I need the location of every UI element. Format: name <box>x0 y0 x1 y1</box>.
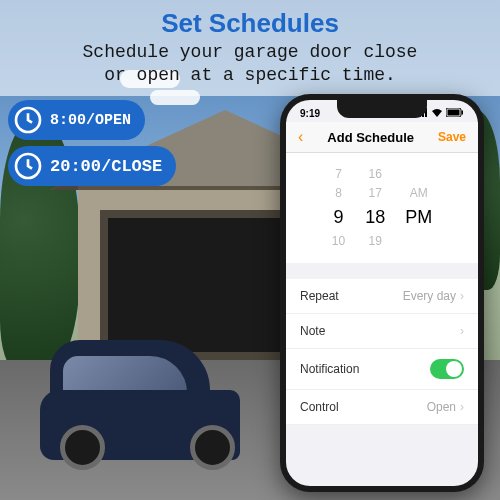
nav-title: Add Schedule <box>327 130 414 145</box>
page-subtitle: Schedule your garage door close or open … <box>0 41 500 88</box>
repeat-label: Repeat <box>300 289 339 303</box>
control-value: Open › <box>427 400 464 414</box>
chevron-right-icon: › <box>460 324 464 338</box>
save-button[interactable]: Save <box>438 130 466 144</box>
settings-list: Repeat Every day › Note › Notification C… <box>286 279 478 425</box>
clock-icon <box>12 150 44 182</box>
chevron-right-icon: › <box>460 400 464 414</box>
pill-text: 8:00/OPEN <box>50 112 131 129</box>
wifi-icon <box>431 108 443 119</box>
phone-notch <box>337 100 427 118</box>
chevron-right-icon: › <box>460 289 464 303</box>
notification-row: Notification <box>286 349 478 390</box>
battery-icon <box>446 108 464 119</box>
svg-rect-8 <box>462 110 464 114</box>
back-button[interactable]: ‹ <box>298 128 303 146</box>
schedule-pill-close: 20:00/CLOSE <box>8 146 176 186</box>
notification-label: Notification <box>300 362 359 376</box>
repeat-value: Every day › <box>403 289 464 303</box>
control-label: Control <box>300 400 339 414</box>
note-row[interactable]: Note › <box>286 314 478 349</box>
ampm-column[interactable]: AM PM <box>405 184 432 232</box>
header: Set Schedules Schedule your garage door … <box>0 0 500 96</box>
clock-icon <box>12 104 44 136</box>
control-row[interactable]: Control Open › <box>286 390 478 425</box>
pill-text: 20:00/CLOSE <box>50 157 162 176</box>
time-picker[interactable]: 7 8 9 10 16 17 18 19 AM PM <box>286 153 478 263</box>
notification-toggle[interactable] <box>430 359 464 379</box>
repeat-row[interactable]: Repeat Every day › <box>286 279 478 314</box>
nav-bar: ‹ Add Schedule Save <box>286 122 478 153</box>
page-title: Set Schedules <box>0 8 500 39</box>
phone-screen: 9:19 ‹ Add Schedule Save 7 8 9 <box>286 100 478 486</box>
status-time: 9:19 <box>300 108 320 119</box>
minute-column[interactable]: 16 17 18 19 <box>365 165 385 251</box>
schedule-pill-open: 8:00/OPEN <box>8 100 145 140</box>
svg-rect-7 <box>448 109 460 115</box>
note-label: Note <box>300 324 325 338</box>
phone-mockup: 9:19 ‹ Add Schedule Save 7 8 9 <box>280 94 484 492</box>
hour-column[interactable]: 7 8 9 10 <box>332 165 345 251</box>
